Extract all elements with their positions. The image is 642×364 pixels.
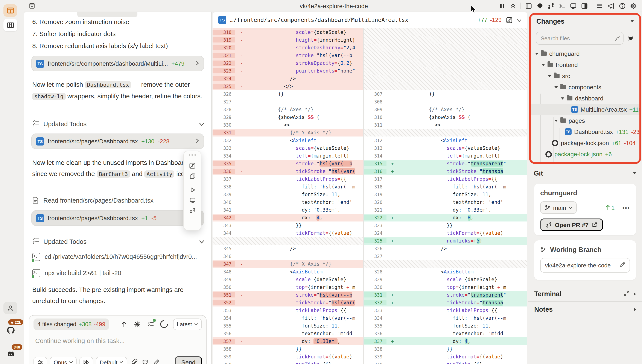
scroll-up-icon[interactable] [120, 320, 128, 328]
file-tree-item[interactable]: dashboard [531, 93, 639, 104]
pause-icon[interactable] [498, 2, 505, 10]
right-sidebar: Changes churnguardfrontendsrccomponentsd… [528, 12, 642, 364]
branch-dropdown[interactable]: main [540, 201, 577, 214]
cat-icon[interactable] [627, 34, 634, 42]
pen-icon[interactable] [152, 358, 161, 364]
sidebar-item-board[interactable] [4, 19, 17, 31]
mouse-cursor [471, 5, 477, 14]
diff-line: 327 [213, 98, 363, 106]
settings-gear-icon[interactable] [629, 2, 637, 10]
composer: 4 files changed +308 -499 Latest [29, 315, 207, 364]
chat-bubble-icon[interactable] [536, 2, 543, 10]
search-files-input[interactable] [536, 35, 623, 42]
attachment-icon[interactable] [130, 358, 139, 364]
discord-icon[interactable] [5, 348, 16, 360]
git-compare-icon[interactable] [547, 2, 554, 10]
megaphone-icon[interactable] [607, 2, 614, 10]
diff-mode-icon[interactable] [505, 16, 513, 24]
chevron-down-icon[interactable] [199, 120, 204, 127]
file-tree-item[interactable]: pages [531, 115, 639, 126]
diff-pane-old[interactable]: 318- scale={dateScale}319- height={inner… [213, 28, 363, 364]
open-pr-button[interactable]: Open PR #7 [540, 218, 603, 231]
version-dropdown[interactable]: Latest [173, 318, 202, 330]
drag-handle-icon[interactable] [189, 154, 196, 156]
file-change-chip[interactable]: TS frontend/src/components/dashboard/Mul… [31, 56, 204, 71]
collapse-up-icon[interactable] [509, 2, 517, 10]
chevron-down-icon[interactable] [517, 16, 522, 24]
chevron-down-icon[interactable] [199, 238, 204, 245]
help-icon[interactable] [618, 2, 626, 10]
github-icon[interactable] [5, 325, 16, 336]
more-menu-icon[interactable]: ••• [622, 204, 630, 211]
send-button[interactable]: Send [175, 356, 202, 364]
git-header[interactable]: Git [528, 166, 642, 180]
todos-status-icon[interactable] [146, 320, 155, 328]
edit-pencil-icon[interactable] [619, 262, 626, 270]
file-tree-item[interactable]: TSMultiLineArea.tsx+110-162 [531, 104, 639, 115]
removed-count: -104 [624, 140, 635, 146]
file-tree-item[interactable]: frontend [531, 59, 639, 70]
file-tree-item[interactable]: TSDashboard.tsx+131-233 [531, 126, 639, 137]
menu-icon[interactable] [596, 2, 603, 10]
terminal-section-header[interactable]: Terminal [528, 286, 642, 301]
sidebar-item-tasks-active[interactable] [4, 4, 17, 17]
terminal-command-row[interactable]: npx vite build 2>&1 | tail -20 [32, 268, 204, 278]
diff-line: 323 }} [363, 222, 527, 229]
terminal-icon[interactable] [558, 2, 565, 10]
archive-box-icon[interactable] [28, 2, 36, 10]
collapse-tree-icon[interactable] [614, 35, 620, 43]
diff-line: 357- dy: '0.33em', [213, 338, 363, 345]
copy-icon[interactable] [189, 172, 196, 180]
updated-todos-row[interactable]: Updated Todos [32, 236, 204, 246]
model-dropdown[interactable]: Opus [50, 356, 77, 364]
app-window: vk/4e2a-explore-the-code [0, 0, 642, 364]
diff-line: 317 tickLabelProps={{ [363, 175, 527, 183]
diff-view-icon[interactable] [189, 162, 196, 169]
diff-line: 325- </> [213, 82, 363, 90]
spark-icon[interactable] [133, 320, 142, 328]
left-panel-icon[interactable] [525, 2, 532, 10]
working-branch-input[interactable] [541, 262, 629, 268]
changes-header[interactable]: Changes [531, 14, 639, 28]
file-change-chip[interactable]: TS frontend/src/pages/Dashboard.tsx +130… [31, 134, 204, 149]
file-name: package-lock.json [554, 151, 602, 158]
diff-line: 340 numTicks={6} [363, 360, 527, 364]
discord-badge: 346 [12, 344, 22, 350]
file-tree-item[interactable]: components [531, 82, 639, 93]
fast-forward-button[interactable] [80, 356, 93, 364]
added-count: +61 [611, 140, 621, 146]
diff-viewer[interactable]: TS …/frontend/src/components/dashboard/M… [213, 12, 527, 364]
diff-header: TS …/frontend/src/components/dashboard/M… [213, 12, 527, 28]
file-name: Dashboard.tsx [574, 128, 613, 135]
terminal-command-row[interactable]: cd /private/var/folders/10/h7w0q46556ggr… [32, 252, 204, 262]
right-panel-icon[interactable] [580, 2, 588, 10]
file-name: frontend [556, 62, 578, 68]
monitor-icon[interactable] [569, 2, 577, 10]
file-tree-item[interactable]: src [531, 70, 639, 82]
cat-icon[interactable] [141, 358, 150, 364]
notes-section-header[interactable]: Notes [528, 302, 642, 317]
file-name: dashboard [575, 95, 603, 102]
preview-monitor-icon[interactable] [189, 196, 196, 204]
folder-icon [560, 118, 566, 123]
file-tree-item[interactable]: package-lock.json+6 [531, 148, 639, 160]
diff-pane-new[interactable]: 307 )}308309 {/* Axes */}310 {showAxis &… [363, 28, 527, 364]
file-change-chip[interactable]: TS frontend/src/pages/Dashboard.tsx +1 -… [31, 210, 204, 226]
file-tree-item[interactable]: package-lock.json+61-104 [531, 137, 639, 148]
diff-line: 340 textAnchor: 'end' [213, 198, 363, 206]
mode-dropdown[interactable]: Default [96, 356, 127, 364]
read-file-row[interactable]: Read frontend/src/pages/Dashboard.tsx [32, 195, 204, 206]
diff-line: 316+ tickStroke="transpa [363, 168, 527, 175]
account-button[interactable] [4, 302, 17, 314]
expand-icon[interactable] [624, 290, 629, 298]
settings-sliders-button[interactable] [34, 356, 47, 364]
git-compare-icon[interactable] [189, 207, 196, 214]
updated-todos-row[interactable]: Updated Todos [32, 118, 204, 129]
message-input[interactable] [34, 336, 199, 345]
inline-code: shadow-lg [32, 93, 66, 100]
files-changed-chip[interactable]: 4 files changed +308 -499 [34, 318, 109, 330]
file-tree-item[interactable]: churnguard [531, 48, 639, 59]
run-icon[interactable] [189, 186, 196, 194]
diff-line: 339 fontSize: 11, [213, 190, 363, 198]
diff-line: 314 left={margin.left} [363, 152, 527, 160]
